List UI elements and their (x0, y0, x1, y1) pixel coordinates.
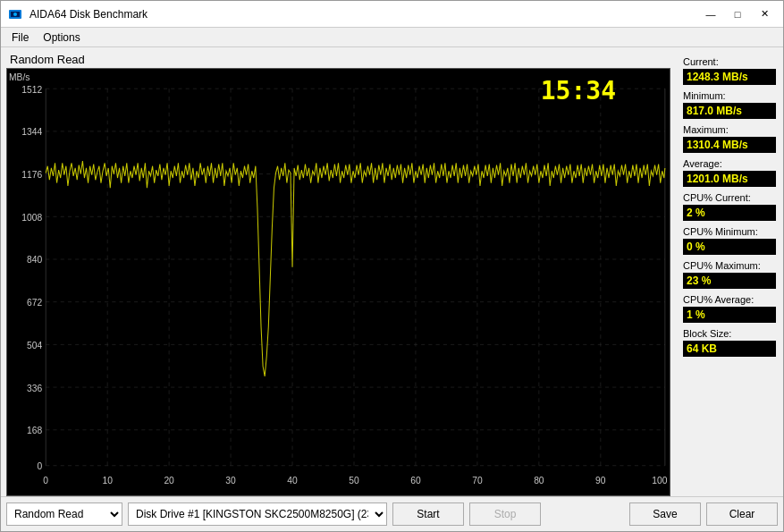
app-icon (8, 7, 22, 21)
cpu-maximum-label: CPU% Maximum: (683, 260, 776, 271)
close-button[interactable]: ✕ (753, 5, 776, 23)
svg-text:100 %: 100 % (652, 474, 670, 485)
svg-text:840: 840 (27, 254, 42, 265)
current-value: 1248.3 MB/s (683, 69, 776, 85)
svg-text:1344: 1344 (21, 126, 42, 137)
svg-text:MB/s: MB/s (9, 72, 30, 82)
cpu-current-value: 2 % (683, 205, 776, 221)
mode-dropdown[interactable]: Random Read Random Write Sequential Read… (6, 502, 122, 526)
title-bar-left: AIDA64 Disk Benchmark (8, 7, 148, 21)
svg-text:90: 90 (595, 474, 605, 485)
svg-text:80: 80 (534, 474, 544, 485)
svg-text:10: 10 (102, 474, 112, 485)
menu-file[interactable]: File (4, 30, 36, 46)
block-size-value: 64 KB (683, 341, 776, 357)
svg-rect-3 (7, 69, 670, 495)
svg-text:0: 0 (37, 460, 42, 471)
clear-button[interactable]: Clear (706, 502, 778, 526)
chart-svg: MB/s (7, 69, 670, 495)
cpu-average-label: CPU% Average: (683, 294, 776, 305)
chart-container: 15:34 MB/s (6, 68, 670, 496)
svg-text:20: 20 (164, 474, 173, 485)
bottom-toolbar: Random Read Random Write Sequential Read… (1, 496, 783, 531)
main-window: AIDA64 Disk Benchmark — □ ✕ File Options… (0, 0, 784, 532)
minimize-button[interactable]: — (699, 5, 722, 23)
average-label: Average: (683, 158, 776, 169)
drive-dropdown[interactable]: Disk Drive #1 [KINGSTON SKC2500M8250G] (… (128, 502, 387, 526)
content-area: Random Read 15:34 MB/s (1, 47, 783, 496)
minimum-value: 817.0 MB/s (683, 103, 776, 119)
maximum-label: Maximum: (683, 124, 776, 135)
stats-sidebar: Current: 1248.3 MB/s Minimum: 817.0 MB/s… (676, 47, 783, 496)
svg-text:30: 30 (225, 474, 235, 485)
svg-text:40: 40 (287, 474, 297, 485)
block-size-label: Block Size: (683, 328, 776, 339)
chart-title: Random Read (6, 53, 670, 66)
time-display: 15:34 (541, 76, 616, 106)
maximum-value: 1310.4 MB/s (683, 137, 776, 153)
title-controls: — □ ✕ (699, 5, 776, 23)
svg-text:672: 672 (27, 297, 42, 308)
svg-text:60: 60 (410, 474, 420, 485)
svg-text:70: 70 (472, 474, 482, 485)
cpu-minimum-label: CPU% Minimum: (683, 226, 776, 237)
svg-text:50: 50 (349, 474, 358, 485)
menu-bar: File Options (1, 28, 783, 47)
maximize-button[interactable]: □ (726, 5, 749, 23)
svg-text:168: 168 (27, 425, 42, 435)
save-button[interactable]: Save (629, 502, 701, 526)
svg-point-2 (13, 13, 17, 16)
chart-section: Random Read 15:34 MB/s (1, 47, 676, 496)
menu-options[interactable]: Options (36, 30, 87, 46)
cpu-maximum-value: 23 % (683, 273, 776, 289)
window-title: AIDA64 Disk Benchmark (30, 8, 148, 21)
minimum-label: Minimum: (683, 90, 776, 101)
cpu-minimum-value: 0 % (683, 239, 776, 255)
cpu-average-value: 1 % (683, 307, 776, 323)
current-label: Current: (683, 56, 776, 67)
cpu-current-label: CPU% Current: (683, 192, 776, 203)
svg-text:1176: 1176 (21, 169, 42, 180)
svg-text:504: 504 (27, 339, 42, 350)
title-bar: AIDA64 Disk Benchmark — □ ✕ (1, 1, 783, 28)
svg-text:0: 0 (43, 474, 48, 485)
stop-button[interactable]: Stop (469, 502, 541, 526)
svg-text:1512: 1512 (21, 83, 42, 94)
start-button[interactable]: Start (392, 502, 464, 526)
svg-text:336: 336 (27, 382, 42, 393)
svg-text:1008: 1008 (21, 211, 42, 222)
average-value: 1201.0 MB/s (683, 171, 776, 187)
